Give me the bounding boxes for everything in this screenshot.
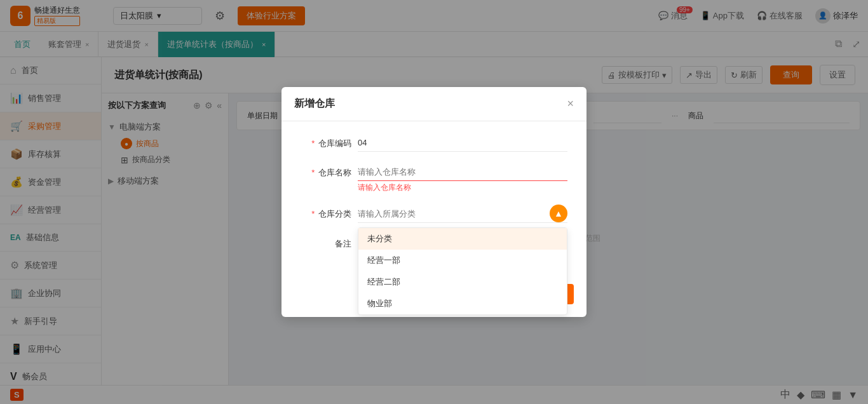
code-input[interactable] (358, 134, 567, 152)
category-label: * 仓库分类 (301, 205, 358, 220)
modal-title: 新增仓库 (294, 97, 335, 111)
name-label: * 仓库名称 (301, 163, 358, 178)
dropdown-item-ops2[interactable]: 经营二部 (358, 271, 567, 293)
new-warehouse-modal: 新增仓库 × * 仓库编码 * 仓库名称 请输入仓库名称 (281, 87, 587, 317)
modal-close-button[interactable]: × (567, 97, 574, 111)
dropdown-item-uncategorized[interactable]: 未分类 (358, 228, 567, 250)
form-item-category: * 仓库分类 ▲ 未分类 经营一部 经营二部 物业部 (301, 205, 567, 223)
modal-body: * 仓库编码 * 仓库名称 请输入仓库名称 * (281, 121, 587, 276)
category-field-wrapper: ▲ 未分类 经营一部 经营二部 物业部 (358, 205, 567, 223)
modal-header: 新增仓库 × (281, 87, 587, 121)
category-dropdown: 未分类 经营一部 经营二部 物业部 (358, 227, 567, 315)
dropdown-item-ops1[interactable]: 经营一部 (358, 250, 567, 271)
category-input[interactable] (358, 205, 550, 222)
name-input[interactable] (358, 163, 567, 181)
name-error-tip: 请输入仓库名称 (358, 182, 567, 193)
notes-label: 备注 (301, 234, 358, 250)
form-item-code: * 仓库编码 (301, 134, 567, 152)
code-label: * 仓库编码 (301, 134, 358, 149)
modal-overlay[interactable]: 新增仓库 × * 仓库编码 * 仓库名称 请输入仓库名称 (0, 0, 868, 404)
form-item-name: * 仓库名称 请输入仓库名称 (301, 163, 567, 193)
category-toggle-button[interactable]: ▲ (550, 205, 567, 222)
dropdown-item-property[interactable]: 物业部 (358, 293, 567, 314)
